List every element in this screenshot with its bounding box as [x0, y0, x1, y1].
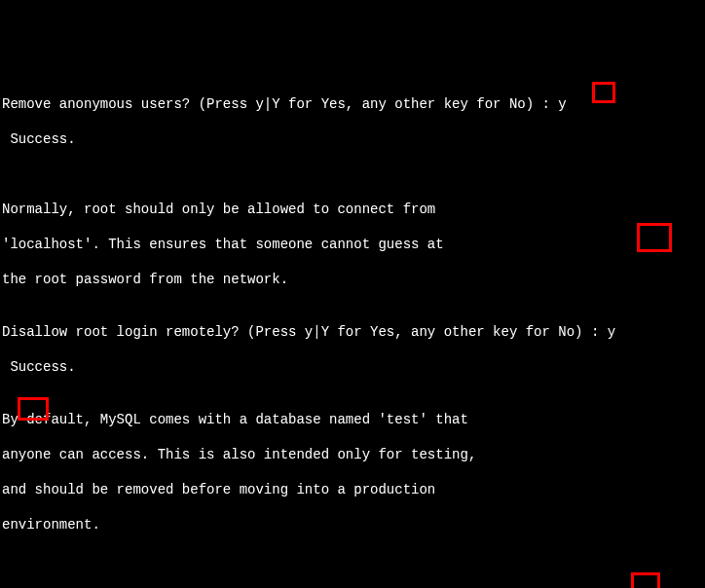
output-line: Normally, root should only be allowed to… [2, 201, 703, 218]
output-line: and should be removed before moving into… [2, 481, 703, 498]
user-input-y: y [558, 96, 566, 112]
highlight-box [18, 397, 49, 421]
highlight-box [631, 572, 660, 588]
output-line: the root password from the network. [2, 271, 703, 288]
output-line: Disallow root login remotely? (Press y|Y… [2, 323, 703, 341]
highlight-box [637, 223, 672, 252]
highlight-box [592, 82, 615, 103]
terminal[interactable]: Remove anonymous users? (Press y|Y for Y… [2, 78, 703, 588]
output-line: anyone can access. This is also intended… [2, 446, 703, 463]
output-line: By default, MySQL comes with a database … [2, 411, 703, 428]
prompt-text: Remove anonymous users? (Press y|Y for Y… [2, 96, 558, 112]
output-line: 'localhost'. This ensures that someone c… [2, 236, 703, 253]
output-line: environment. [2, 516, 703, 533]
prompt-text: Disallow root login remotely? (Press y|Y… [2, 324, 608, 340]
output-line: Success. [2, 130, 703, 148]
output-line: Success. [2, 358, 703, 376]
user-input-y: y [608, 324, 615, 340]
